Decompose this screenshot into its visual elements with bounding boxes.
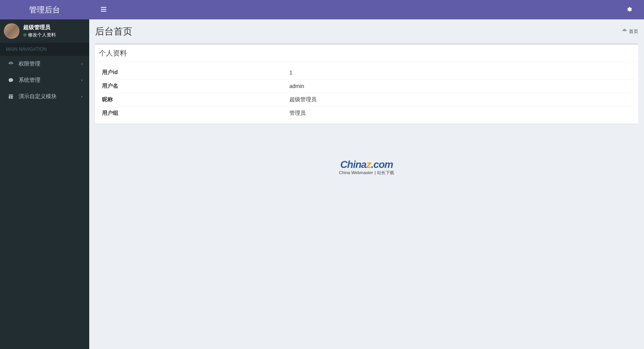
gears-icon — [627, 7, 632, 13]
avatar — [4, 23, 19, 39]
row-label: 昵称 — [99, 93, 286, 107]
sidebar-item-permissions[interactable]: 权限管理 — [0, 56, 89, 72]
top-navbar — [89, 0, 644, 19]
content-body: 个人资料 用户id 1 用户名 admin 昵称 — [89, 38, 644, 181]
content-header: 后台首页 首页 — [89, 19, 644, 38]
panel-title: 个人资料 — [99, 48, 634, 58]
chevron-left-icon — [80, 95, 83, 99]
sidebar-toggle-button[interactable] — [95, 1, 112, 19]
table-row: 昵称 超级管理员 — [99, 93, 634, 107]
sidebar-item-label: 权限管理 — [19, 60, 80, 67]
settings-button[interactable] — [621, 1, 638, 19]
bars-icon — [101, 7, 106, 12]
panel-header: 个人资料 — [95, 45, 638, 62]
main-header: 管理后台 — [0, 0, 644, 19]
watermark-logo: Chinaz.com China Webmaster|站长下载 — [95, 159, 638, 176]
row-value: 超级管理员 — [286, 93, 634, 107]
comment-icon — [7, 78, 15, 83]
table-icon — [7, 94, 15, 99]
dashboard-icon — [622, 29, 627, 35]
row-label: 用户组 — [99, 107, 286, 120]
sidebar-section-header: MAIN NAVIGATION — [0, 43, 89, 56]
chevron-left-icon — [80, 62, 83, 66]
edit-profile-link[interactable]: 修改个人资料 — [23, 32, 56, 38]
breadcrumb: 首页 — [622, 28, 638, 35]
row-label: 用户id — [99, 66, 286, 79]
sidebar-item-label: 系统管理 — [19, 77, 80, 84]
row-value: 1 — [286, 66, 634, 79]
user-name: 超级管理员 — [23, 24, 56, 31]
content-wrapper: 后台首页 首页 个人资料 用户id 1 — [89, 19, 644, 349]
breadcrumb-home[interactable]: 首页 — [629, 29, 638, 34]
logo[interactable]: 管理后台 — [0, 0, 89, 19]
user-info: 超级管理员 修改个人资料 — [23, 24, 56, 38]
watermark-sub-text: China Webmaster|站长下载 — [95, 170, 638, 176]
sidebar-item-label: 演示自定义模块 — [19, 93, 80, 100]
user-panel: 超级管理员 修改个人资料 — [0, 19, 89, 43]
watermark-main-text: Chinaz.com — [95, 159, 638, 171]
panel-body: 用户id 1 用户名 admin 昵称 超级管理员 用户组 — [95, 62, 638, 124]
table-row: 用户名 admin — [99, 79, 634, 93]
table-row: 用户组 管理员 — [99, 107, 634, 120]
profile-panel: 个人资料 用户id 1 用户名 admin 昵称 — [95, 43, 638, 124]
dashboard-icon — [7, 61, 15, 67]
row-label: 用户名 — [99, 79, 286, 93]
profile-table: 用户id 1 用户名 admin 昵称 超级管理员 用户组 — [99, 66, 634, 120]
row-value: admin — [286, 79, 634, 93]
page-title: 后台首页 — [95, 25, 132, 38]
chevron-left-icon — [80, 78, 83, 83]
sidebar-item-demo[interactable]: 演示自定义模块 — [0, 88, 89, 105]
logo-text: 管理后台 — [29, 5, 60, 14]
row-value: 管理员 — [286, 107, 634, 120]
sidebar-menu: 权限管理 系统管理 演示自定义模块 — [0, 56, 89, 105]
edit-profile-text: 修改个人资料 — [28, 32, 56, 38]
status-dot-icon — [23, 33, 26, 36]
sidebar-item-system[interactable]: 系统管理 — [0, 72, 89, 88]
main-sidebar: 超级管理员 修改个人资料 MAIN NAVIGATION 权限管理 — [0, 19, 89, 349]
table-row: 用户id 1 — [99, 66, 634, 79]
